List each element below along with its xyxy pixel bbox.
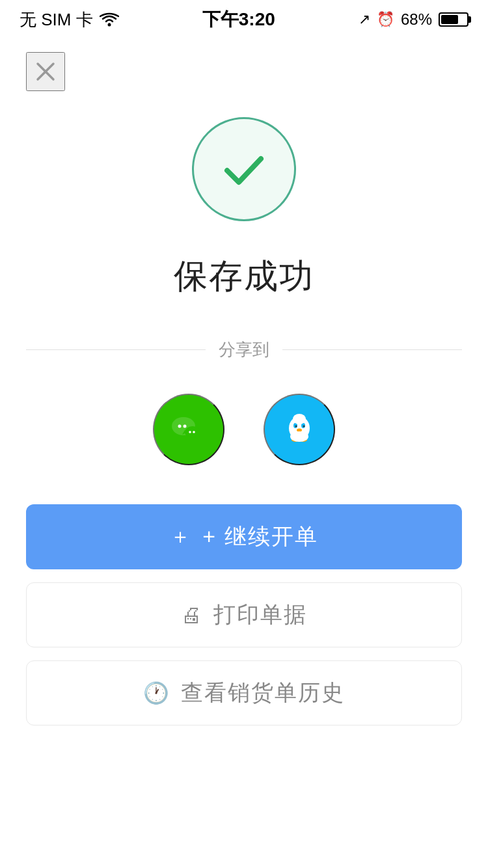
alarm-icon: ⏰: [377, 11, 394, 28]
history-icon: 🕐: [143, 681, 170, 705]
wifi-icon: [100, 12, 119, 27]
status-time: 下午3:20: [202, 7, 275, 32]
qq-share-button[interactable]: [264, 394, 335, 465]
status-bar: 无 SIM 卡 下午3:20 ↗ ⏰ 68%: [0, 0, 488, 39]
divider-line-left: [26, 349, 206, 350]
history-button[interactable]: 🕐 查看销货单历史: [26, 660, 462, 726]
svg-point-0: [107, 23, 111, 27]
status-right: ↗ ⏰ 68%: [359, 10, 468, 29]
main-content: 保存成功 分享到: [0, 39, 488, 868]
print-label: 打印单据: [213, 600, 307, 630]
success-icon-circle: [192, 117, 296, 221]
success-title: 保存成功: [174, 254, 314, 299]
svg-point-19: [290, 431, 308, 442]
no-sim-label: 无 SIM 卡: [20, 8, 93, 31]
battery-percent: 68%: [401, 10, 432, 29]
share-label: 分享到: [219, 338, 269, 361]
close-button[interactable]: [26, 52, 65, 91]
qq-logo-icon: [278, 409, 320, 450]
divider-line-right: [282, 349, 462, 350]
history-label: 查看销货单历史: [181, 678, 345, 708]
svg-point-7: [183, 425, 187, 428]
continue-icon: ＋: [170, 522, 192, 551]
checkmark-icon: [218, 143, 270, 195]
wechat-logo-icon: [168, 409, 210, 450]
close-icon: [34, 60, 57, 83]
wechat-share-button[interactable]: [153, 394, 224, 465]
share-icons-row: [153, 394, 335, 465]
action-buttons: ＋ + 继续开单 🖨 打印单据 🕐 查看销货单历史: [26, 504, 462, 726]
continue-button[interactable]: ＋ + 继续开单: [26, 504, 462, 569]
svg-point-14: [295, 426, 297, 427]
continue-label: + 继续开单: [202, 522, 318, 552]
svg-point-15: [303, 426, 305, 427]
status-left: 无 SIM 卡: [20, 8, 119, 31]
print-icon: 🖨: [181, 603, 203, 627]
print-button[interactable]: 🖨 打印单据: [26, 582, 462, 647]
svg-point-9: [189, 431, 191, 433]
share-section: 分享到: [26, 338, 462, 465]
location-icon: ↗: [359, 11, 370, 28]
share-divider: 分享到: [26, 338, 462, 361]
svg-point-16: [297, 429, 302, 432]
svg-point-10: [193, 431, 195, 433]
svg-point-20: [293, 414, 306, 424]
battery-indicator: [439, 12, 468, 27]
svg-point-6: [178, 425, 182, 428]
